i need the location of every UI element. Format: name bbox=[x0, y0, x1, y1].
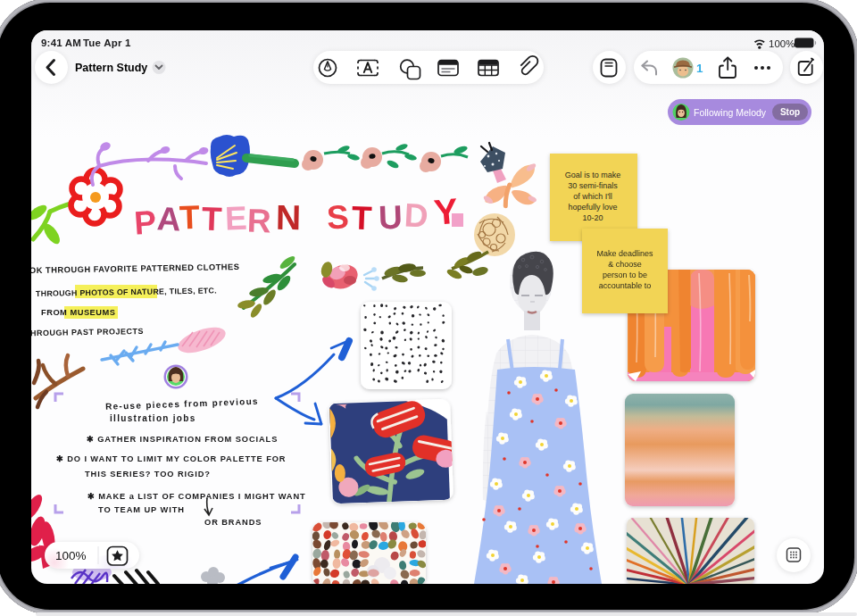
svg-text:Pattern Study: Pattern Study bbox=[75, 62, 147, 74]
svg-text:Tue Apr 1: Tue Apr 1 bbox=[83, 37, 131, 48]
svg-text:100%: 100% bbox=[769, 38, 795, 49]
svg-text:1: 1 bbox=[696, 62, 703, 75]
svg-text:Following Melody: Following Melody bbox=[694, 107, 767, 118]
svg-text:9:41 AM: 9:41 AM bbox=[41, 37, 81, 48]
svg-text:100%: 100% bbox=[55, 549, 87, 562]
svg-text:Stop: Stop bbox=[780, 107, 800, 117]
